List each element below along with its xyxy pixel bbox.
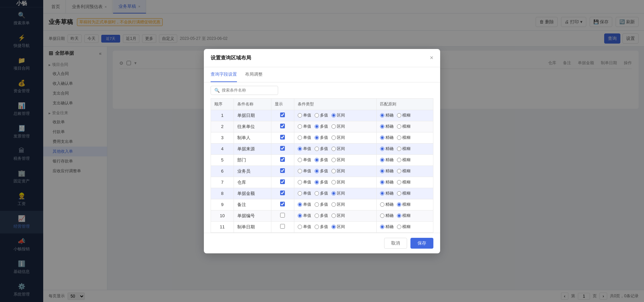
match-option-1[interactable]: 模糊 xyxy=(397,224,410,230)
match-option-0[interactable]: 精确 xyxy=(380,179,394,185)
row-order: 2 xyxy=(211,121,234,132)
dialog-save-button[interactable]: 保存 xyxy=(410,238,433,249)
condition-option-2[interactable]: 区间 xyxy=(331,202,345,207)
condition-option-0[interactable]: 单值 xyxy=(298,224,311,230)
condition-option-1[interactable]: 多值 xyxy=(315,112,328,118)
row-match-rule: 精确模糊 xyxy=(376,154,433,166)
row-order: 6 xyxy=(211,166,234,177)
row-show-cell xyxy=(271,166,294,177)
condition-option-2[interactable]: 区间 xyxy=(331,179,345,185)
row-order: 5 xyxy=(211,154,234,166)
row-condition-name: 制单人 xyxy=(234,132,271,143)
show-checkbox[interactable] xyxy=(280,135,285,140)
tab-query-fields[interactable]: 查询字段设置 xyxy=(211,67,237,82)
show-checkbox[interactable] xyxy=(280,146,285,151)
condition-option-1[interactable]: 多值 xyxy=(315,179,328,185)
show-checkbox[interactable] xyxy=(280,191,285,195)
match-option-1[interactable]: 模糊 xyxy=(397,191,410,196)
show-checkbox[interactable] xyxy=(280,202,285,206)
row-match-rule: 精确模糊 xyxy=(376,121,433,132)
show-checkbox[interactable] xyxy=(280,179,285,184)
show-checkbox[interactable] xyxy=(280,112,285,117)
match-option-1[interactable]: 模糊 xyxy=(397,124,410,129)
row-show-cell xyxy=(271,210,294,221)
row-show-cell xyxy=(271,188,294,199)
match-option-0[interactable]: 精确 xyxy=(380,157,394,163)
condition-option-1[interactable]: 多值 xyxy=(315,135,328,141)
condition-option-2[interactable]: 区间 xyxy=(331,168,345,174)
condition-option-0[interactable]: 单值 xyxy=(298,179,311,185)
condition-option-0[interactable]: 单值 xyxy=(298,146,311,152)
row-condition-type: 单值多值区间 xyxy=(294,166,376,177)
condition-search-input[interactable] xyxy=(222,88,274,93)
dialog-close-button[interactable]: × xyxy=(430,54,433,61)
condition-option-0[interactable]: 单值 xyxy=(298,157,311,163)
match-option-0[interactable]: 精确 xyxy=(380,202,394,207)
condition-option-1[interactable]: 多值 xyxy=(315,157,328,163)
condition-option-0[interactable]: 单值 xyxy=(298,168,311,174)
match-option-1[interactable]: 模糊 xyxy=(397,179,410,185)
col-match-rule: 匹配原则 xyxy=(376,98,433,110)
condition-option-1[interactable]: 多值 xyxy=(315,224,328,230)
condition-option-1[interactable]: 多值 xyxy=(315,191,328,196)
match-option-0[interactable]: 精确 xyxy=(380,168,394,174)
table-row: 2往来单位单值多值区间精确模糊 xyxy=(211,121,433,132)
tab-layout[interactable]: 布局调整 xyxy=(245,67,263,82)
condition-option-0[interactable]: 单值 xyxy=(298,213,311,219)
show-checkbox[interactable] xyxy=(280,224,285,229)
condition-option-1[interactable]: 多值 xyxy=(315,124,328,129)
condition-option-0[interactable]: 单值 xyxy=(298,124,311,129)
match-option-0[interactable]: 精确 xyxy=(380,213,394,219)
condition-option-2[interactable]: 区间 xyxy=(331,213,345,219)
match-option-1[interactable]: 模糊 xyxy=(397,146,410,152)
condition-option-2[interactable]: 区间 xyxy=(331,224,345,230)
condition-option-1[interactable]: 多值 xyxy=(315,168,328,174)
show-checkbox[interactable] xyxy=(280,213,285,218)
condition-option-0[interactable]: 单值 xyxy=(298,135,311,141)
condition-option-2[interactable]: 区间 xyxy=(331,124,345,129)
match-option-1[interactable]: 模糊 xyxy=(397,168,410,174)
condition-option-0[interactable]: 单值 xyxy=(298,202,311,207)
condition-option-2[interactable]: 区间 xyxy=(331,112,345,118)
match-option-0[interactable]: 精确 xyxy=(380,191,394,196)
row-match-rule: 精确模糊 xyxy=(376,166,433,177)
row-order: 7 xyxy=(211,177,234,188)
match-option-1[interactable]: 模糊 xyxy=(397,135,410,141)
condition-option-0[interactable]: 单值 xyxy=(298,191,311,196)
col-name: 条件名称 xyxy=(234,98,271,110)
row-condition-name: 备注 xyxy=(234,199,271,210)
row-condition-name: 单据金额 xyxy=(234,188,271,199)
cancel-button[interactable]: 取消 xyxy=(384,238,407,249)
match-option-1[interactable]: 模糊 xyxy=(397,112,410,118)
modal-overlay: 设置查询区域布局 × 查询字段设置 布局调整 🔍 顺序 条件名称 显示 xyxy=(0,0,644,302)
match-option-0[interactable]: 精确 xyxy=(380,135,394,141)
condition-option-2[interactable]: 区间 xyxy=(331,157,345,163)
condition-option-1[interactable]: 多值 xyxy=(315,202,328,207)
condition-option-1[interactable]: 多值 xyxy=(315,146,328,152)
match-option-0[interactable]: 精确 xyxy=(380,112,394,118)
show-checkbox[interactable] xyxy=(280,157,285,162)
row-order: 11 xyxy=(211,221,234,232)
match-option-1[interactable]: 模糊 xyxy=(397,213,410,219)
row-show-cell xyxy=(271,154,294,166)
condition-option-2[interactable]: 区间 xyxy=(331,146,345,152)
row-match-rule: 精确模糊 xyxy=(376,110,433,121)
show-checkbox[interactable] xyxy=(280,168,285,173)
match-option-1[interactable]: 模糊 xyxy=(397,157,410,163)
row-show-cell xyxy=(271,110,294,121)
row-condition-name: 部门 xyxy=(234,154,271,166)
condition-option-0[interactable]: 单值 xyxy=(298,112,311,118)
condition-option-2[interactable]: 区间 xyxy=(331,191,345,196)
table-row: 3制单人单值多值区间精确模糊 xyxy=(211,132,433,143)
row-condition-name: 单据编号 xyxy=(234,210,271,221)
match-option-1[interactable]: 模糊 xyxy=(397,202,410,207)
condition-option-1[interactable]: 多值 xyxy=(315,213,328,219)
row-condition-type: 单值多值区间 xyxy=(294,177,376,188)
settings-dialog: 设置查询区域布局 × 查询字段设置 布局调整 🔍 顺序 条件名称 显示 xyxy=(204,49,440,253)
match-option-0[interactable]: 精确 xyxy=(380,146,394,152)
match-option-0[interactable]: 精确 xyxy=(380,224,394,230)
show-checkbox[interactable] xyxy=(280,124,285,128)
condition-option-2[interactable]: 区间 xyxy=(331,135,345,141)
match-option-0[interactable]: 精确 xyxy=(380,124,394,129)
row-condition-type: 单值多值区间 xyxy=(294,188,376,199)
